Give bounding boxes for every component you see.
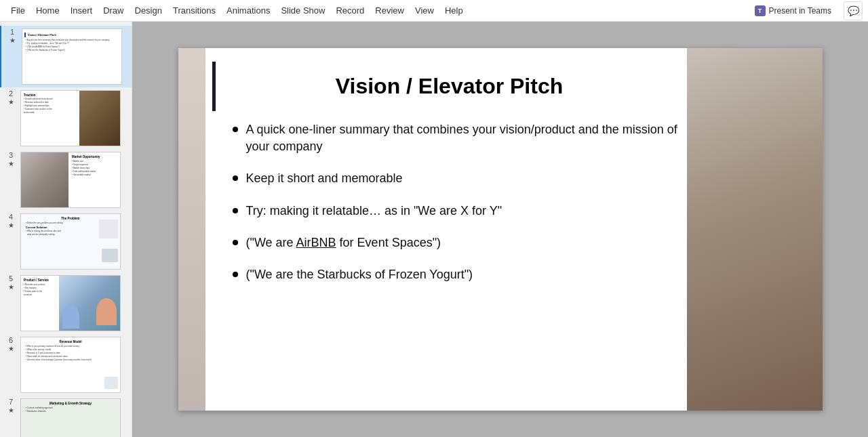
slide-title: Vision / Elevator Pitch [233, 74, 667, 99]
slide-thumb-1[interactable]: 1 ★ Vision / Elevator Pitch • A quick on… [0, 26, 132, 87]
slide-number-col-1: 1 ★ [5, 28, 19, 44]
menu-right-area: T Present in Teams 💬 [748, 1, 863, 20]
slide-number-col-4: 4 ★ [4, 213, 18, 229]
bullet-text-5: ("We are the Starbucks of Frozen Yogurt"… [246, 266, 473, 283]
star-icon-6: ★ [8, 345, 14, 352]
slide-thumb-7[interactable]: 7 ★ Marketing & Growth Strategy • Conten… [0, 396, 132, 437]
slide-number-col-3: 3 ★ [4, 152, 18, 167]
bullet-item-4: ("We are AirBNB for Event Spaces") [233, 234, 680, 251]
slide-number-2: 2 [9, 90, 13, 98]
bullet-dot-2 [233, 175, 238, 181]
slide-number-5: 5 [9, 275, 13, 283]
slide-panel: 1 ★ Vision / Elevator Pitch • A quick on… [0, 22, 132, 437]
menu-file[interactable]: File [5, 3, 31, 18]
slide-number-4: 4 [9, 213, 13, 221]
menu-help[interactable]: Help [439, 3, 469, 18]
slide-7-thumbnail: Marketing & Growth Strategy • Content ma… [20, 398, 121, 437]
bullet-dot-1 [233, 127, 238, 132]
bullet-dot-4 [233, 240, 238, 245]
star-icon-1: ★ [9, 37, 16, 44]
slide-content-area: Vision / Elevator Pitch A quick one-line… [212, 48, 687, 411]
menu-view[interactable]: View [410, 3, 439, 18]
slide-bg-left [178, 48, 205, 411]
bullet-item-3: Try: making it relatable… as in "We are … [233, 203, 680, 220]
slide-canvas: Vision / Elevator Pitch A quick one-line… [132, 22, 868, 437]
star-icon-3: ★ [8, 160, 14, 167]
chat-button[interactable]: 💬 [844, 1, 863, 20]
bullet-text-3: Try: making it relatable… as in "We are … [246, 203, 502, 220]
slide-number-6: 6 [9, 337, 13, 344]
present-teams-label: Present in Teams [769, 6, 832, 16]
menu-record[interactable]: Record [330, 3, 370, 18]
slide-title-bar: Vision / Elevator Pitch [212, 62, 687, 111]
present-in-teams-button[interactable]: T Present in Teams [748, 3, 839, 19]
slide-thumb-5[interactable]: 5 ★ Product / Service • Describe your pr… [0, 272, 132, 334]
slide-number-1: 1 [10, 28, 14, 36]
bullet-text-4: ("We are AirBNB for Event Spaces") [246, 234, 441, 251]
menu-review[interactable]: Review [370, 3, 410, 18]
airbnb-link: AirBNB [296, 236, 336, 249]
slide-thumb-4[interactable]: 4 ★ The Problem • Define the very proble… [0, 211, 132, 272]
menu-design[interactable]: Design [130, 3, 167, 18]
chat-icon: 💬 [848, 5, 859, 16]
menu-insert[interactable]: Insert [65, 3, 98, 18]
slide-2-thumbnail: Traction • Growth milestone since launch… [20, 90, 121, 146]
star-icon-5: ★ [8, 283, 14, 291]
slide-number-3: 3 [9, 152, 13, 159]
menu-home[interactable]: Home [31, 3, 65, 18]
menu-transitions[interactable]: Transitions [167, 3, 221, 18]
slide-bg-right [687, 48, 823, 411]
star-icon-7: ★ [8, 407, 14, 414]
menu-slideshow[interactable]: Slide Show [275, 3, 330, 18]
main-area: 1 ★ Vision / Elevator Pitch • A quick on… [0, 22, 868, 437]
slide-bullets: A quick one-liner summary that combines … [212, 121, 687, 283]
menu-draw[interactable]: Draw [98, 3, 129, 18]
slide-4-thumbnail: The Problem • Define the very problem yo… [20, 213, 121, 270]
slide-number-col-7: 7 ★ [4, 398, 18, 414]
menu-bar: File Home Insert Draw Design Transitions… [0, 0, 868, 22]
star-icon-4: ★ [8, 222, 14, 229]
main-slide[interactable]: Vision / Elevator Pitch A quick one-line… [178, 48, 823, 411]
slide-thumb-6[interactable]: 6 ★ Revenue Model • Who is your primary … [0, 334, 132, 396]
slide-6-thumbnail: Revenue Model • Who is your primary cust… [20, 337, 121, 393]
slide-5-thumbnail: Product / Service • Describe your produc… [20, 275, 121, 331]
bullet-text-2: Keep it short and memorable [246, 170, 403, 187]
slide-3-thumbnail: Market Opportunity • Market size • Targe… [20, 152, 121, 208]
slide-number-col-2: 2 ★ [4, 90, 18, 106]
slide-thumb-3[interactable]: 3 ★ Market Opportunity • Market size • T… [0, 149, 132, 211]
slide-number-col-6: 6 ★ [4, 337, 18, 352]
slide-1-thumbnail: Vision / Elevator Pitch • A quick one-li… [22, 28, 122, 85]
bullet-item-1: A quick one-liner summary that combines … [233, 121, 680, 155]
bullet-dot-5 [233, 272, 238, 277]
teams-icon: T [755, 5, 766, 16]
bullet-item-5: ("We are the Starbucks of Frozen Yogurt"… [233, 266, 680, 283]
star-icon-2: ★ [8, 98, 14, 106]
slide-thumb-2[interactable]: 2 ★ Traction • Growth milestone since la… [0, 87, 132, 149]
menu-animations[interactable]: Animations [221, 3, 275, 18]
slide-number-col-5: 5 ★ [4, 275, 18, 291]
bullet-item-2: Keep it short and memorable [233, 170, 680, 187]
bullet-dot-3 [233, 208, 238, 213]
bullet-text-1: A quick one-liner summary that combines … [246, 121, 680, 155]
slide-number-7: 7 [9, 398, 13, 406]
